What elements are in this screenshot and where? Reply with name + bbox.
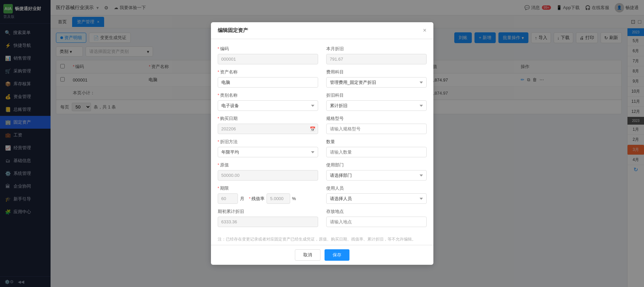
location-input[interactable]: [326, 217, 427, 227]
modal-body: *编码 *资产名称 *类别名称: [211, 39, 433, 234]
quantity-label: 数量: [326, 139, 335, 145]
field-category-row: *类别名称: [218, 92, 318, 98]
residual-rate-unit: %: [292, 196, 296, 201]
field-department-row: 使用部门: [326, 162, 427, 168]
field-period-row: *期限: [218, 185, 318, 191]
field-original-value: *原值: [218, 162, 318, 181]
period-unit: 月: [240, 196, 244, 202]
code-label: *编码: [218, 46, 229, 52]
field-location-row: 存放地点: [326, 209, 427, 215]
field-monthly-dep: 本月折旧: [326, 46, 427, 64]
quantity-input[interactable]: [326, 147, 427, 157]
field-purchase-date-row: *购买日期: [218, 116, 318, 122]
field-depreciation-method: *折旧方法 年限平均: [218, 139, 318, 157]
purchase-date-input[interactable]: [218, 124, 318, 134]
form-section-left: *编码 *资产名称 *类别名称: [218, 46, 318, 227]
location-label: 存放地点: [326, 209, 344, 215]
field-spec-row: 规格型号: [326, 116, 427, 122]
field-department: 使用部门 请选择部门: [326, 162, 427, 181]
asset-name-label: *资产名称: [218, 69, 238, 75]
monthly-dep-label: 本月折旧: [326, 46, 344, 52]
expense-subject-select[interactable]: 管理费用_固定资产折旧: [326, 77, 427, 88]
field-category: *类别名称 电子设备: [218, 92, 318, 111]
department-label: 使用部门: [326, 162, 344, 168]
original-value-label: *原值: [218, 162, 229, 168]
field-asset-name: *资产名称: [218, 69, 318, 88]
field-code-row: *编码: [218, 46, 318, 52]
field-quantity: 数量: [326, 139, 427, 157]
user-select[interactable]: 请选择人员: [326, 193, 427, 204]
field-spec: 规格型号: [326, 116, 427, 134]
field-location: 存放地点: [326, 209, 427, 227]
code-input[interactable]: [218, 54, 318, 64]
asset-name-input[interactable]: [218, 77, 318, 88]
period-input[interactable]: [218, 193, 238, 204]
field-period-residual: *期限 月 *残值率 %: [218, 185, 318, 204]
field-purchase-date: *购买日期 📅: [218, 116, 318, 134]
save-button[interactable]: 保存: [325, 249, 349, 261]
dep-method-label: *折旧方法: [218, 139, 238, 145]
department-select[interactable]: 请选择部门: [326, 170, 427, 181]
initial-dep-input[interactable]: [218, 217, 318, 227]
field-quantity-row: 数量: [326, 139, 427, 145]
dep-subject-label: 折旧科目: [326, 92, 344, 98]
form-section-right: 本月折旧 费用科目 管理费用_固定资产折旧: [326, 46, 427, 227]
residual-rate-label: *残值率: [249, 196, 265, 202]
field-dep-method-row: *折旧方法: [218, 139, 318, 145]
cancel-button[interactable]: 取消: [295, 249, 320, 261]
edit-asset-modal: 编辑固定资产 × *编码 *资产名称: [211, 22, 433, 265]
residual-rate-input[interactable]: [267, 193, 290, 204]
depreciation-method-select[interactable]: 年限平均: [218, 147, 318, 157]
user-label: 使用人员: [326, 185, 344, 191]
spec-input[interactable]: [326, 124, 427, 134]
calendar-icon[interactable]: 📅: [310, 126, 315, 132]
modal-overlay: 编辑固定资产 × *编码 *资产名称: [0, 0, 644, 287]
field-expense-subject-row: 费用科目: [326, 69, 427, 75]
modal-note: 注：已经存在变更记录或者对应固定资产已经生成凭证，原值、购买日期、残值率、累计折…: [211, 234, 433, 245]
category-select[interactable]: 电子设备: [218, 100, 318, 111]
field-code: *编码: [218, 46, 318, 64]
original-value-input[interactable]: [218, 170, 318, 181]
field-expense-subject: 费用科目 管理费用_固定资产折旧: [326, 69, 427, 88]
monthly-dep-input[interactable]: [326, 54, 427, 64]
purchase-date-label: *购买日期: [218, 116, 238, 122]
field-dep-subject: 折旧科目 累计折旧: [326, 92, 427, 111]
field-asset-name-row: *资产名称: [218, 69, 318, 75]
modal-title: 编辑固定资产: [218, 27, 248, 34]
form-grid: *编码 *资产名称 *类别名称: [218, 46, 427, 227]
initial-dep-label: 期初累计折旧: [218, 209, 244, 215]
spec-label: 规格型号: [326, 116, 344, 122]
dep-subject-select[interactable]: 累计折旧: [326, 100, 427, 111]
field-initial-depreciation: 期初累计折旧: [218, 209, 318, 227]
field-user: 使用人员 请选择人员: [326, 185, 427, 204]
field-user-row: 使用人员: [326, 185, 427, 191]
field-initial-dep-row: 期初累计折旧: [218, 209, 318, 215]
field-monthly-dep-row: 本月折旧: [326, 46, 427, 52]
modal-close-button[interactable]: ×: [423, 27, 427, 34]
period-label: *期限: [218, 185, 229, 191]
modal-footer: 取消 保存: [211, 245, 433, 265]
modal-header: 编辑固定资产 ×: [211, 22, 433, 39]
expense-subject-label: 费用科目: [326, 69, 344, 75]
category-label: *类别名称: [218, 92, 238, 98]
field-dep-subject-row: 折旧科目: [326, 92, 427, 98]
field-original-value-row: *原值: [218, 162, 318, 168]
